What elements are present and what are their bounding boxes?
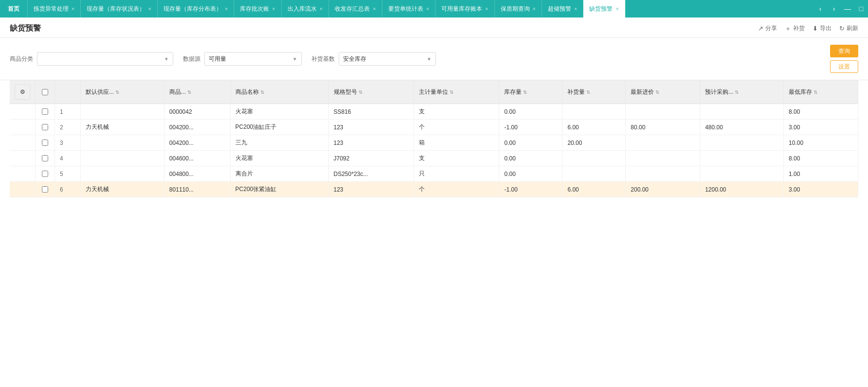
query-button[interactable]: 查询	[830, 45, 858, 57]
tab-close-receipt-summary[interactable]: ×	[373, 6, 376, 12]
cell-est-purchase-4	[700, 166, 784, 182]
data-table: ⚙ 默认供应... ⇅	[10, 80, 858, 197]
window-maximize-btn[interactable]: □	[854, 0, 868, 18]
tab-overstock-warn[interactable]: 超储预警 ×	[542, 0, 583, 18]
cell-checkbox-3[interactable]	[36, 151, 55, 166]
row-checkbox-5[interactable]	[42, 186, 48, 193]
cell-code-1: 004200...	[164, 120, 230, 135]
share-icon: ↗	[758, 25, 763, 32]
refresh-icon: ↻	[839, 25, 845, 32]
table-row: 2 力天机械 004200... PC200油缸庄子 123 个 -1.00 6…	[10, 120, 858, 135]
cell-supplier-4	[80, 166, 164, 182]
tab-exception[interactable]: 拣货异常处理 ×	[28, 0, 81, 18]
row-checkbox-4[interactable]	[42, 171, 48, 177]
tab-close-stock-dist[interactable]: ×	[225, 6, 228, 12]
tab-close-stock-status[interactable]: ×	[148, 6, 151, 12]
filter-actions: 查询 设置	[830, 45, 858, 73]
cell-spec-2: 123	[328, 135, 414, 151]
cell-row-num-2: 3	[55, 135, 81, 151]
tab-nav-controls: ‹ › — □	[814, 0, 868, 18]
tab-batch-account[interactable]: 库存批次账 ×	[234, 0, 281, 18]
table-row: 5 004800... 离合片 DS250*23c... 只 0.00 1.00	[10, 166, 858, 182]
tab-shortage-warn[interactable]: 缺货预警 ×	[583, 0, 625, 18]
cell-checkbox-2[interactable]	[36, 135, 55, 151]
col-stock-qty[interactable]: 库存量 ⇅	[499, 80, 562, 104]
tab-close-available-ledger[interactable]: ×	[485, 6, 488, 12]
cell-checkbox-0[interactable]	[36, 104, 55, 120]
replenish-basis-value: 安全库存	[343, 55, 366, 63]
col-gear[interactable]: ⚙	[10, 80, 36, 104]
tab-receipt-summary[interactable]: 收发存汇总表 ×	[329, 0, 382, 18]
tab-demand-stat[interactable]: 要货单统计表 ×	[382, 0, 435, 18]
col-checkbox[interactable]	[36, 80, 55, 104]
cell-stock-0: 0.00	[499, 104, 562, 120]
cell-checkbox-5[interactable]	[36, 182, 55, 197]
datasource-select-arrow: ▼	[292, 56, 297, 62]
sort-icon-min-stock: ⇅	[814, 89, 817, 95]
sort-icon-unit: ⇅	[450, 89, 453, 95]
tab-stock-status[interactable]: 现存量（库存状况表） ×	[81, 0, 157, 18]
datasource-value: 可用量	[209, 55, 226, 63]
cell-spec-0: SS816	[328, 104, 414, 120]
tab-available-ledger[interactable]: 可用量库存账本 ×	[435, 0, 494, 18]
export-btn[interactable]: ⬇ 导出	[813, 24, 832, 33]
datasource-label: 数据源	[183, 55, 200, 63]
cell-supplier-3	[80, 151, 164, 166]
tab-close-batch-account[interactable]: ×	[272, 6, 275, 12]
col-replenish-qty[interactable]: 补货量 ⇅	[562, 80, 626, 104]
datasource-filter-group: 数据源 可用量 ▼	[183, 52, 302, 66]
row-checkbox-3[interactable]	[42, 155, 48, 161]
cell-gear-5	[10, 182, 36, 197]
col-min-stock[interactable]: 最低库存 ⇅	[784, 80, 858, 104]
tab-close-expiry-query[interactable]: ×	[533, 6, 536, 12]
main-content: 缺货预警 ↗ 分享 ＋ 补货 ⬇ 导出 ↻ 刷新 商品分类	[0, 18, 868, 387]
cell-row-num-5: 6	[55, 182, 81, 197]
cell-min-stock-2: 10.00	[784, 135, 858, 151]
category-select[interactable]: ▼	[37, 52, 173, 66]
tab-stock-dist[interactable]: 现存量（库存分布表） ×	[158, 0, 234, 18]
window-minimize-btn[interactable]: —	[841, 0, 854, 18]
cell-checkbox-1[interactable]	[36, 120, 55, 135]
col-unit[interactable]: 主计量单位 ⇅	[414, 80, 499, 104]
replenish-btn[interactable]: ＋ 补货	[785, 24, 805, 33]
share-btn[interactable]: ↗ 分享	[758, 24, 777, 33]
tab-prev-btn[interactable]: ‹	[814, 0, 827, 18]
cell-name-4: 离合片	[230, 166, 328, 182]
cell-unit-5: 个	[414, 182, 499, 197]
datasource-select[interactable]: 可用量 ▼	[204, 52, 302, 66]
cell-supplier-0	[80, 104, 164, 120]
col-product-name[interactable]: 商品名称 ⇅	[230, 80, 328, 104]
tab-close-inout-flow[interactable]: ×	[320, 6, 323, 12]
col-default-supplier[interactable]: 默认供应... ⇅	[80, 80, 164, 104]
cell-checkbox-4[interactable]	[36, 166, 55, 182]
col-spec[interactable]: 规格型号 ⇅	[328, 80, 414, 104]
tab-close-overstock-warn[interactable]: ×	[574, 6, 577, 12]
gear-icon-btn[interactable]: ⚙	[15, 84, 30, 100]
select-all-checkbox[interactable]	[42, 89, 48, 95]
tab-next-btn[interactable]: ›	[827, 0, 841, 18]
tab-inout-flow[interactable]: 出入库流水 ×	[282, 0, 329, 18]
tab-close-shortage-warn[interactable]: ×	[615, 6, 618, 12]
cell-gear-1	[10, 120, 36, 135]
settings-button[interactable]: 设置	[830, 60, 858, 73]
row-checkbox-1[interactable]	[42, 124, 48, 130]
cell-name-1: PC200油缸庄子	[230, 120, 328, 135]
replenish-basis-select[interactable]: 安全库存 ▼	[339, 52, 436, 66]
tab-home[interactable]: 首页	[0, 0, 28, 18]
tab-expiry-query[interactable]: 保质期查询 ×	[495, 0, 542, 18]
cell-spec-1: 123	[328, 120, 414, 135]
cell-code-2: 004200...	[164, 135, 230, 151]
col-est-purchase[interactable]: 预计采购... ⇅	[700, 80, 784, 104]
refresh-btn[interactable]: ↻ 刷新	[839, 24, 858, 33]
tab-close-exception[interactable]: ×	[72, 6, 74, 12]
sort-icon-replenish: ⇅	[586, 89, 590, 95]
tab-close-demand-stat[interactable]: ×	[426, 6, 429, 12]
export-icon: ⬇	[813, 25, 818, 32]
row-checkbox-2[interactable]	[42, 140, 48, 146]
col-product-code[interactable]: 商品... ⇅	[164, 80, 230, 104]
replenish-icon: ＋	[785, 24, 791, 33]
row-checkbox-0[interactable]	[42, 108, 48, 115]
cell-min-stock-0: 8.00	[784, 104, 858, 120]
col-latest-price[interactable]: 最新进价 ⇅	[626, 80, 700, 104]
category-label: 商品分类	[10, 55, 33, 63]
